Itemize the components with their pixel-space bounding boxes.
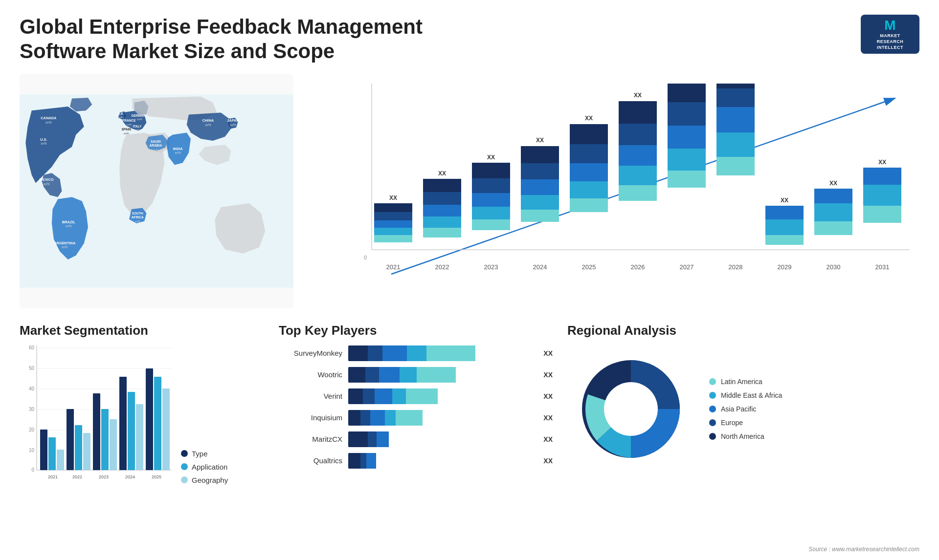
svg-text:ITALY: ITALY <box>133 125 142 128</box>
svg-text:2031: 2031 <box>875 263 890 271</box>
svg-text:XX: XX <box>585 115 593 122</box>
svg-text:FRANCE: FRANCE <box>122 119 136 122</box>
svg-rect-130 <box>83 433 90 470</box>
svg-rect-50 <box>472 219 510 230</box>
svg-rect-72 <box>619 166 657 185</box>
svg-text:INDIA: INDIA <box>173 147 183 151</box>
svg-text:2021: 2021 <box>386 263 401 271</box>
player-val-4: XX <box>543 435 553 443</box>
svg-text:U.S.: U.S. <box>40 137 47 142</box>
svg-rect-97 <box>814 221 852 235</box>
legend-label-app: Application <box>192 463 227 471</box>
svg-rect-129 <box>75 425 82 470</box>
reg-dot-europe <box>709 419 716 426</box>
donut-chart <box>567 345 694 473</box>
player-val-3: XX <box>543 414 553 422</box>
svg-rect-94 <box>765 206 804 219</box>
svg-text:xx%: xx% <box>118 116 124 119</box>
svg-text:2022: 2022 <box>72 474 82 479</box>
player-bar-3 <box>348 410 535 426</box>
reg-label-europe: Europe <box>721 419 743 427</box>
regional-section: Regional Analysis <box>567 323 919 528</box>
svg-text:0: 0 <box>31 467 34 473</box>
players-title: Top Key Players <box>279 323 553 338</box>
svg-text:AFRICA: AFRICA <box>132 215 144 219</box>
segmentation-legend: Type Application Geography <box>181 450 228 494</box>
player-val-2: XX <box>543 392 553 400</box>
legend-dot-geo <box>181 476 188 483</box>
svg-text:XX: XX <box>438 170 446 177</box>
svg-text:XX: XX <box>634 92 642 99</box>
svg-text:10: 10 <box>29 448 35 453</box>
svg-rect-45 <box>423 205 461 216</box>
svg-text:2024: 2024 <box>125 474 135 479</box>
logo-letter: M <box>884 18 895 33</box>
svg-rect-136 <box>119 377 127 470</box>
svg-text:50: 50 <box>29 366 35 371</box>
svg-text:XX: XX <box>829 180 837 187</box>
svg-rect-88 <box>716 88 755 107</box>
svg-rect-93 <box>765 219 804 235</box>
svg-text:40: 40 <box>29 386 35 391</box>
player-bar-5 <box>348 453 535 469</box>
page-container: Global Enterprise Feedback Management So… <box>0 0 939 560</box>
reg-legend-mea: Middle East & Africa <box>709 391 782 399</box>
svg-rect-40 <box>374 203 412 212</box>
svg-point-145 <box>604 382 658 436</box>
svg-text:2029: 2029 <box>778 263 792 271</box>
svg-text:xx%: xx% <box>45 120 52 124</box>
svg-text:xx%: xx% <box>41 142 47 145</box>
svg-rect-133 <box>101 409 109 470</box>
svg-rect-86 <box>716 132 755 157</box>
svg-rect-37 <box>374 228 412 235</box>
svg-rect-60 <box>521 163 559 179</box>
svg-rect-57 <box>521 210 559 222</box>
legend-item-geo: Geography <box>181 476 228 484</box>
legend-dot-type <box>181 450 188 457</box>
svg-rect-137 <box>128 392 135 470</box>
player-bar-0 <box>348 345 535 361</box>
player-bar-2 <box>348 388 535 404</box>
svg-text:MEXICO: MEXICO <box>40 177 54 182</box>
svg-rect-102 <box>863 206 901 223</box>
player-name-1: Wootric <box>279 370 342 379</box>
svg-rect-65 <box>570 181 608 198</box>
svg-text:XX: XX <box>878 159 886 166</box>
svg-rect-64 <box>570 198 608 212</box>
player-val-5: XX <box>543 457 553 465</box>
svg-rect-87 <box>716 107 755 132</box>
svg-text:ARGENTINA: ARGENTINA <box>54 240 76 245</box>
svg-text:2030: 2030 <box>827 263 841 271</box>
svg-text:xx%: xx% <box>135 220 140 223</box>
svg-text:JAPAN: JAPAN <box>227 118 239 123</box>
donut-area: Latin America Middle East & Africa Asia … <box>567 345 919 473</box>
svg-text:60: 60 <box>29 345 35 350</box>
legend-item-app: Application <box>181 463 228 471</box>
svg-text:XX: XX <box>781 197 788 204</box>
svg-rect-68 <box>570 124 608 144</box>
page-title: Global Enterprise Feedback Management So… <box>20 15 460 64</box>
svg-rect-38 <box>374 220 412 228</box>
svg-text:SAUDI: SAUDI <box>151 140 161 143</box>
svg-text:xx%: xx% <box>44 182 50 185</box>
legend-item-type: Type <box>181 450 228 458</box>
player-name-4: MaritzCX <box>279 435 342 443</box>
svg-text:xx%: xx% <box>66 224 72 228</box>
svg-text:2021: 2021 <box>48 474 58 479</box>
segmentation-title: Market Segmentation <box>20 323 264 338</box>
reg-dot-mea <box>709 392 716 399</box>
header: Global Enterprise Feedback Management So… <box>20 15 919 64</box>
svg-rect-140 <box>146 368 153 470</box>
svg-text:xx%: xx% <box>124 132 129 135</box>
svg-rect-43 <box>423 228 461 237</box>
svg-text:2025: 2025 <box>152 474 161 479</box>
svg-text:2024: 2024 <box>533 263 547 271</box>
svg-text:BRAZIL: BRAZIL <box>62 220 76 224</box>
svg-rect-99 <box>814 189 852 203</box>
svg-rect-80 <box>668 126 706 149</box>
player-row-surveymonkey: SurveyMonkey XX <box>279 345 553 361</box>
svg-text:2022: 2022 <box>435 263 449 271</box>
player-val-0: XX <box>543 349 553 357</box>
svg-text:2028: 2028 <box>729 263 743 271</box>
svg-rect-81 <box>668 102 706 126</box>
